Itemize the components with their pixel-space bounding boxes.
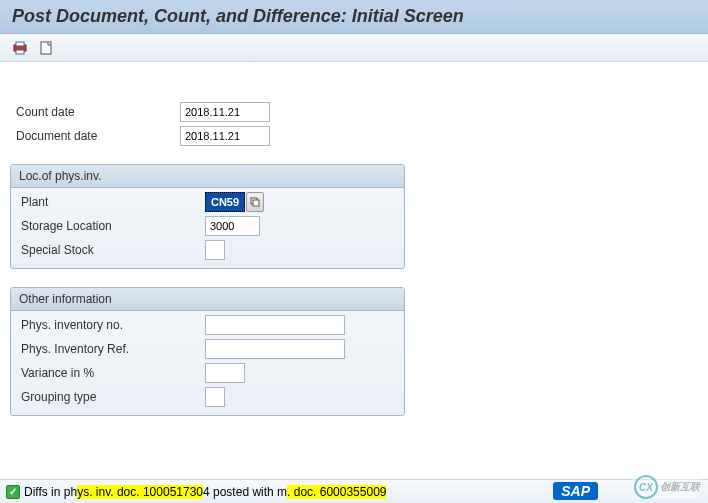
plant-lookup-button[interactable] (246, 192, 264, 212)
document-date-field[interactable] (180, 126, 270, 146)
grouping-type-field[interactable] (205, 387, 225, 407)
plant-label: Plant (15, 195, 205, 209)
variance-field[interactable] (205, 363, 245, 383)
success-icon: ✓ (6, 485, 20, 499)
printer-icon[interactable] (10, 38, 30, 58)
group-loc-phys-inv: Loc.of phys.inv. Plant CN59 Storage Loca… (10, 164, 405, 269)
count-date-label: Count date (10, 105, 180, 119)
document-icon[interactable] (36, 38, 56, 58)
group2-title: Other information (11, 288, 404, 311)
count-date-field[interactable] (180, 102, 270, 122)
svg-rect-2 (16, 50, 24, 54)
watermark: CX 创新互联 (632, 475, 702, 499)
main-content: Count date Document date Loc.of phys.inv… (0, 62, 708, 416)
storage-location-label: Storage Location (15, 219, 205, 233)
grouping-type-label: Grouping type (15, 390, 205, 404)
plant-field[interactable]: CN59 (205, 192, 245, 212)
sap-logo: SAP (553, 482, 598, 500)
page-title: Post Document, Count, and Difference: In… (0, 0, 708, 34)
status-bar: ✓ Diffs in phys. inv. doc. 1000517304 po… (0, 479, 708, 503)
document-date-label: Document date (10, 129, 180, 143)
group1-title: Loc.of phys.inv. (11, 165, 404, 188)
phys-inv-ref-field[interactable] (205, 339, 345, 359)
special-stock-label: Special Stock (15, 243, 205, 257)
toolbar (0, 34, 708, 62)
svg-rect-5 (253, 200, 259, 206)
svg-rect-3 (41, 42, 51, 54)
group-other-information: Other information Phys. inventory no. Ph… (10, 287, 405, 416)
watermark-badge-icon: CX (634, 475, 658, 499)
svg-rect-1 (16, 42, 24, 46)
status-text: Diffs in phys. inv. doc. 1000517304 post… (24, 485, 386, 499)
storage-location-field[interactable] (205, 216, 260, 236)
variance-label: Variance in % (15, 366, 205, 380)
phys-inv-no-field[interactable] (205, 315, 345, 335)
phys-inv-no-label: Phys. inventory no. (15, 318, 205, 332)
special-stock-field[interactable] (205, 240, 225, 260)
phys-inv-ref-label: Phys. Inventory Ref. (15, 342, 205, 356)
